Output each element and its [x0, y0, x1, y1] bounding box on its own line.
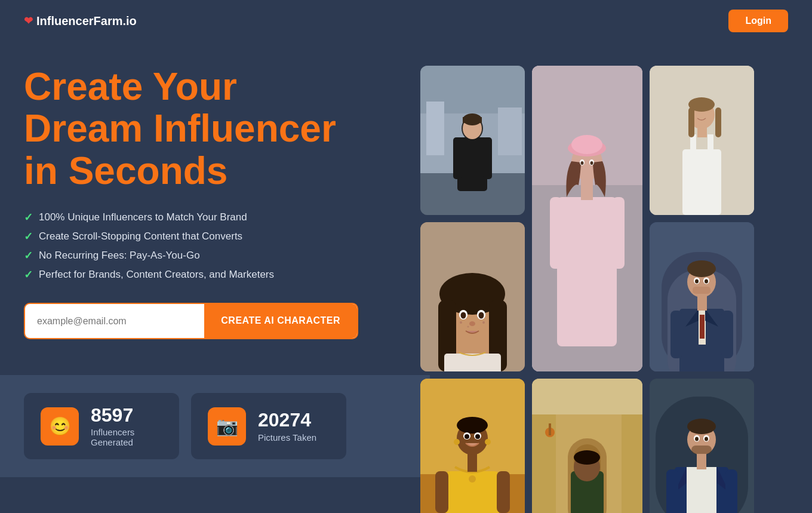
svg-rect-49 — [444, 354, 501, 371]
stat-card-pictures: 📷 20274 Pictures Taken — [191, 393, 346, 459]
photo-young-man — [420, 66, 525, 215]
svg-rect-15 — [557, 197, 617, 346]
svg-point-80 — [465, 434, 469, 439]
svg-point-63 — [695, 279, 699, 284]
check-icon-3: ✓ — [24, 249, 33, 262]
feature-item-2: ✓ Create Scroll-Stopping Content that Co… — [24, 230, 406, 243]
features-list: ✓ 100% Unique Influencers to Match Your … — [24, 211, 406, 281]
stats-section: 😊 8597 Influencers Generated 📷 — [0, 375, 430, 477]
svg-rect-17 — [613, 197, 625, 269]
logo-text: InfluencerFarm.io — [36, 14, 137, 28]
svg-point-108 — [695, 437, 699, 441]
influencers-icon-box: 😊 — [41, 407, 79, 446]
svg-point-104 — [687, 419, 716, 434]
svg-rect-16 — [550, 197, 562, 269]
svg-rect-100 — [666, 469, 678, 513]
hero-title-line1: Create Your — [24, 65, 237, 108]
svg-rect-27 — [682, 149, 721, 215]
header: ❤ InfluencerFarm.io Login — [0, 0, 812, 42]
svg-rect-56 — [670, 311, 682, 358]
check-icon-4: ✓ — [24, 268, 33, 281]
feature-item-4: ✓ Perfect for Brands, Content Creators, … — [24, 268, 406, 281]
svg-point-44 — [479, 312, 484, 319]
svg-point-95 — [574, 450, 600, 465]
photo-dark-woman — [420, 222, 525, 371]
svg-rect-86 — [622, 414, 642, 513]
influencers-number: 8597 — [91, 405, 134, 426]
svg-rect-33 — [688, 107, 694, 137]
feature-text-4: Perfect for Brands, Content Creators, an… — [39, 269, 274, 281]
photo-man-suit — [650, 222, 754, 371]
svg-point-46 — [460, 321, 462, 324]
svg-rect-71 — [497, 471, 510, 513]
svg-point-81 — [475, 434, 480, 439]
influencers-emoji-icon: 😊 — [49, 416, 71, 437]
stat-card-influencers: 😊 8597 Influencers Generated — [24, 393, 179, 459]
photo-white-dress — [650, 66, 754, 215]
hero-title-line2: Dream Influencer — [24, 107, 336, 150]
svg-rect-3 — [426, 102, 444, 155]
pictures-number: 20274 — [258, 410, 316, 431]
svg-point-64 — [705, 279, 708, 284]
check-icon-1: ✓ — [24, 211, 33, 224]
svg-rect-55 — [700, 315, 705, 339]
email-input[interactable] — [25, 304, 204, 338]
photo-man-casual — [650, 379, 754, 513]
pictures-label: Pictures Taken — [258, 432, 316, 443]
feature-text-2: Create Scroll-Stopping Content that Conv… — [39, 231, 242, 242]
stat-pictures-text: 20274 Pictures Taken — [258, 410, 316, 442]
photo-street — [532, 379, 642, 513]
svg-point-77 — [485, 439, 491, 445]
svg-point-25 — [590, 161, 593, 165]
svg-point-76 — [454, 439, 460, 445]
svg-rect-57 — [721, 311, 733, 358]
login-button[interactable]: Login — [728, 10, 788, 32]
logo: ❤ InfluencerFarm.io — [24, 14, 137, 28]
svg-rect-8 — [483, 137, 492, 179]
influencers-label: Influencers Generated — [91, 427, 134, 447]
svg-point-72 — [469, 475, 476, 483]
camera-icon: 📷 — [216, 416, 238, 437]
email-form: CREATE AI CHARACTER — [24, 303, 358, 339]
stat-influencers-text: 8597 Influencers Generated — [91, 405, 134, 447]
pictures-icon-box: 📷 — [208, 407, 246, 446]
logo-heart-icon: ❤ — [24, 14, 33, 27]
photo-african-woman — [420, 379, 525, 513]
svg-point-109 — [705, 437, 708, 441]
svg-rect-105 — [691, 446, 712, 454]
content-area: Create Your Dream Influencer in Seconds … — [0, 42, 812, 513]
svg-rect-11 — [463, 117, 482, 123]
svg-rect-29 — [708, 134, 713, 152]
svg-rect-90 — [549, 423, 551, 435]
svg-point-60 — [687, 260, 716, 277]
svg-rect-99 — [687, 467, 716, 513]
svg-rect-101 — [725, 469, 737, 513]
feature-text-1: 100% Unique Influencers to Match Your Br… — [39, 211, 247, 223]
svg-point-24 — [581, 161, 584, 165]
svg-rect-7 — [453, 137, 462, 179]
svg-point-21 — [571, 135, 602, 154]
check-icon-2: ✓ — [24, 230, 33, 243]
svg-rect-34 — [715, 107, 721, 137]
feature-text-3: No Recurring Fees: Pay-As-You-Go — [39, 250, 200, 262]
feature-item-1: ✓ 100% Unique Influencers to Match Your … — [24, 211, 406, 224]
svg-point-43 — [461, 312, 466, 319]
left-panel: Create Your Dream Influencer in Seconds … — [24, 66, 406, 513]
svg-point-48 — [467, 326, 469, 328]
svg-rect-70 — [435, 471, 448, 513]
hero-title: Create Your Dream Influencer in Seconds — [24, 66, 406, 192]
photo-pink-beret — [532, 66, 642, 371]
svg-point-75 — [457, 417, 488, 434]
svg-point-45 — [469, 321, 475, 326]
hero-title-line3: in Seconds — [24, 149, 227, 192]
svg-rect-93 — [595, 471, 604, 513]
page-wrapper: ❤ InfluencerFarm.io Login Create Your Dr… — [0, 0, 812, 513]
svg-point-47 — [482, 321, 485, 324]
svg-rect-65 — [693, 287, 710, 294]
cta-button[interactable]: CREATE AI CHARACTER — [204, 304, 357, 338]
photo-grid — [420, 66, 788, 513]
feature-item-3: ✓ No Recurring Fees: Pay-As-You-Go — [24, 249, 406, 262]
svg-rect-4 — [498, 107, 522, 155]
